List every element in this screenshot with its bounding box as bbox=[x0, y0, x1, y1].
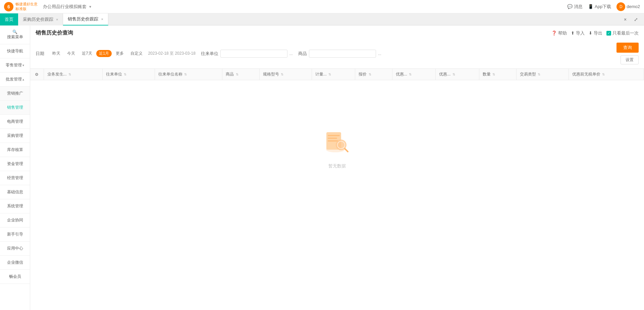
date-btn-today[interactable]: 今天 bbox=[64, 50, 78, 57]
import-btn[interactable]: ⬆ 导入 bbox=[571, 30, 585, 36]
sidebar-item-quicknav[interactable]: 快捷导航 bbox=[0, 44, 30, 58]
export-icon: ⬇ bbox=[589, 31, 592, 36]
only-last-checkbox-area[interactable]: ✓ 只看最后一次 bbox=[606, 30, 639, 36]
sort-arrows-product: ⇅ bbox=[236, 72, 238, 76]
table-gear-col[interactable]: ⚙ bbox=[30, 69, 44, 80]
col-price[interactable]: 报价 ⇅ bbox=[355, 69, 392, 80]
svg-rect-4 bbox=[328, 140, 338, 142]
sidebar-item-inventory[interactable]: 库存核算 bbox=[0, 143, 30, 157]
only-last-checkbox[interactable]: ✓ bbox=[606, 31, 611, 36]
sidebar-item-search[interactable]: 🔍 搜索菜单 bbox=[0, 25, 30, 44]
col-product[interactable]: 商品 ⇅ bbox=[222, 69, 260, 80]
product-label: 商品 bbox=[298, 51, 307, 57]
col-unit-name[interactable]: 往来单位名称 ⇅ bbox=[155, 69, 222, 80]
date-btn-more[interactable]: 更多 bbox=[113, 50, 126, 57]
tab-bar: 首页 采购历史价跟踪 × 销售历史价跟踪 × × ⤢ bbox=[0, 13, 644, 25]
col-trade-type[interactable]: 交易类型 ⇅ bbox=[516, 69, 569, 80]
export-btn[interactable]: ⬇ 导出 bbox=[589, 30, 602, 36]
sidebar-item-enterprise-collab[interactable]: 企业协同 bbox=[0, 213, 30, 227]
date-btn-1month[interactable]: 近1月 bbox=[96, 50, 112, 57]
date-btn-custom[interactable]: 自定义 bbox=[128, 50, 145, 57]
sidebar-item-app-center[interactable]: 应用中心 bbox=[0, 242, 30, 256]
col-discount1[interactable]: 优惠... ⇅ bbox=[392, 69, 436, 80]
sidebar-item-basic-info[interactable]: 基础信息 bbox=[0, 185, 30, 199]
col-date[interactable]: 业务发生... ⇅ bbox=[44, 69, 102, 80]
logo-icon: 6 bbox=[4, 2, 13, 11]
sort-arrows-unit: ⇅ bbox=[328, 72, 331, 76]
date-filter-label: 日期 bbox=[36, 51, 44, 57]
date-btn-yesterday[interactable]: 昨天 bbox=[50, 50, 63, 57]
logo-text: 畅捷通好生意 标准版 bbox=[15, 2, 38, 11]
main-layout: 🔍 搜索菜单 快捷导航 零售管理 ▾ 批发管理 ▴ 营销推广 销售管理 电商管理… bbox=[0, 25, 644, 310]
tab-home[interactable]: 首页 bbox=[0, 13, 18, 25]
message-btn[interactable]: 💬 消息 bbox=[567, 4, 583, 10]
settings-button[interactable]: 设置 bbox=[621, 55, 639, 64]
svg-rect-2 bbox=[328, 135, 340, 136]
import-icon: ⬆ bbox=[571, 31, 575, 36]
avatar: D bbox=[616, 2, 625, 11]
tab-close-sales[interactable]: × bbox=[101, 17, 103, 21]
empty-icon bbox=[320, 125, 354, 159]
col-spec[interactable]: 规格型号 ⇅ bbox=[259, 69, 312, 80]
incoming-unit-input[interactable] bbox=[220, 50, 287, 58]
sort-arrows-pre-discount: ⇅ bbox=[602, 72, 605, 76]
sidebar-item-system[interactable]: 系统管理 bbox=[0, 199, 30, 213]
empty-text: 暂无数据 bbox=[328, 163, 346, 169]
col-qty[interactable]: 数量 ⇅ bbox=[479, 69, 516, 80]
date-filter-buttons: 昨天 今天 近7天 近1月 更多 自定义 2023-02-18 至 2023-0… bbox=[50, 50, 196, 57]
sidebar: 🔍 搜索菜单 快捷导航 零售管理 ▾ 批发管理 ▴ 营销推广 销售管理 电商管理… bbox=[0, 25, 30, 310]
filter-row: 日期 昨天 今天 近7天 近1月 更多 自定义 2023-02-18 至 202… bbox=[36, 40, 639, 68]
sidebar-item-member[interactable]: 畅会员 bbox=[0, 270, 30, 284]
top-bar-right: 💬 消息 📱 App下载 D demo2 bbox=[567, 2, 640, 11]
table-area: ⚙ 业务发生... ⇅ 往来单位 ⇅ 往来单位名称 ⇅ bbox=[30, 69, 644, 310]
user-avatar-btn[interactable]: D demo2 bbox=[616, 2, 640, 11]
tab-purchase-history[interactable]: 采购历史价跟踪 × bbox=[18, 13, 63, 25]
maximize-window-btn[interactable]: ⤢ bbox=[632, 15, 640, 23]
sidebar-item-tutorial[interactable]: 新手引导 bbox=[0, 227, 30, 242]
help-btn[interactable]: ❓ 帮助 bbox=[551, 30, 567, 36]
message-icon: 💬 bbox=[567, 4, 573, 9]
sidebar-item-wholesale[interactable]: 批发管理 ▴ bbox=[0, 72, 30, 87]
top-bar-left: 6 畅捷通好生意 标准版 办公用品行业模拟账套 ▾ bbox=[4, 2, 91, 11]
data-table: ⚙ 业务发生... ⇅ 往来单位 ⇅ 往来单位名称 ⇅ bbox=[30, 69, 644, 214]
sort-arrows-unit-name: ⇅ bbox=[184, 72, 187, 76]
sidebar-item-enterprise-wechat[interactable]: 企业微信 bbox=[0, 256, 30, 270]
incoming-unit-label: 往来单位 bbox=[201, 51, 218, 57]
sort-arrows-date: ⇅ bbox=[68, 72, 71, 76]
sidebar-item-ecommerce[interactable]: 电商管理 bbox=[0, 115, 30, 129]
sort-arrows-unit-code: ⇅ bbox=[124, 72, 126, 76]
col-pre-discount-price[interactable]: 优惠前无税单价 ⇅ bbox=[569, 69, 644, 80]
product-input[interactable] bbox=[309, 50, 376, 58]
sidebar-item-marketing[interactable]: 营销推广 bbox=[0, 87, 30, 101]
sidebar-item-purchase[interactable]: 采购管理 bbox=[0, 129, 30, 143]
tab-sales-history[interactable]: 销售历史价跟踪 × bbox=[63, 13, 108, 25]
sidebar-item-operations[interactable]: 经营管理 bbox=[0, 171, 30, 185]
sort-arrows-spec: ⇅ bbox=[281, 72, 283, 76]
incoming-unit-more-btn[interactable]: ... bbox=[289, 51, 293, 56]
svg-line-6 bbox=[345, 149, 348, 152]
date-btn-7days[interactable]: 近7天 bbox=[79, 50, 95, 57]
col-discount2[interactable]: 优惠... ⇅ bbox=[436, 69, 479, 80]
page-header: 销售历史价查询 ❓ 帮助 ⬆ 导入 ⬇ 导出 ✓ bbox=[30, 25, 644, 69]
dropdown-arrow-icon[interactable]: ▾ bbox=[89, 4, 91, 9]
search-icon: 🔍 bbox=[12, 30, 17, 34]
sidebar-item-sales[interactable]: 销售管理 bbox=[0, 101, 30, 115]
top-bar: 6 畅捷通好生意 标准版 办公用品行业模拟账套 ▾ 💬 消息 📱 App下载 D… bbox=[0, 0, 644, 13]
close-window-btn[interactable]: × bbox=[621, 15, 629, 23]
query-button[interactable]: 查询 bbox=[616, 43, 639, 53]
sidebar-item-retail[interactable]: 零售管理 ▾ bbox=[0, 58, 30, 72]
tab-close-purchase[interactable]: × bbox=[56, 17, 58, 21]
page-title-row: 销售历史价查询 ❓ 帮助 ⬆ 导入 ⬇ 导出 ✓ bbox=[36, 30, 639, 37]
download-icon: 📱 bbox=[588, 4, 593, 9]
col-unit[interactable]: 计量... ⇅ bbox=[312, 69, 355, 80]
col-unit-code[interactable]: 往来单位 ⇅ bbox=[102, 69, 155, 80]
product-filter: 商品 ... bbox=[298, 50, 381, 58]
tab-actions: × ⤢ bbox=[621, 15, 644, 23]
product-more-btn[interactable]: ... bbox=[378, 51, 381, 56]
filter-action-buttons: 查询 设置 bbox=[616, 43, 639, 64]
incoming-unit-filter: 往来单位 ... bbox=[201, 50, 293, 58]
app-download-btn[interactable]: 📱 App下载 bbox=[588, 4, 611, 10]
date-range-display: 2023-02-18 至 2023-03-18 bbox=[148, 51, 195, 56]
chevron-down-icon: ▾ bbox=[22, 63, 24, 67]
sidebar-item-finance[interactable]: 资金管理 bbox=[0, 157, 30, 171]
